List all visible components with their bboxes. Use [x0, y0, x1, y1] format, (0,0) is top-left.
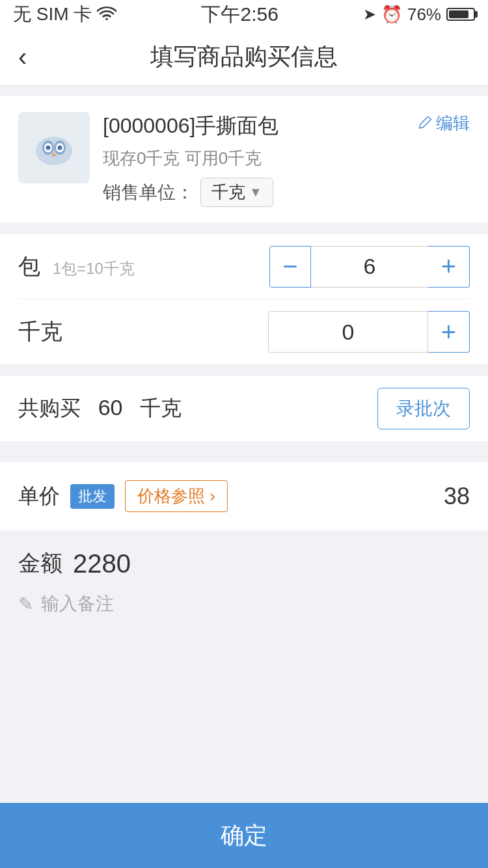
- total-unit: 千克: [140, 396, 182, 420]
- product-thumbnail: [18, 112, 90, 183]
- total-section: 共购买 60 千克 录批次: [0, 376, 488, 441]
- status-bar: 无 SIM 卡 下午2:56 ➤ ⏰ 76%: [0, 0, 488, 29]
- nav-bar: ‹ 填写商品购买信息: [0, 29, 488, 86]
- wifi-icon: [97, 4, 116, 25]
- location-icon: ➤: [363, 5, 376, 23]
- kg-label: 千克: [18, 317, 62, 347]
- chevron-down-icon: ▼: [249, 185, 262, 200]
- unit-label: 销售单位：: [103, 180, 194, 205]
- svg-point-5: [46, 146, 51, 150]
- total-amount: 60: [98, 395, 123, 420]
- package-qty-row: 包 1包=10千克 − +: [18, 234, 470, 299]
- note-placeholder: 输入备注: [41, 591, 114, 616]
- price-label: 单价: [18, 482, 60, 511]
- amount-section: 金额 2280 ✎ 输入备注: [0, 530, 488, 616]
- kg-qty-control: +: [268, 311, 470, 353]
- product-name-row: [0000006]手撕面包 编辑: [103, 112, 470, 141]
- status-right: ➤ ⏰ 76%: [363, 5, 475, 25]
- price-row: 单价 批发 价格参照 › 38: [18, 480, 470, 512]
- confirm-button[interactable]: 确定: [0, 803, 488, 868]
- total-row: 共购买 60 千克 录批次: [18, 376, 470, 441]
- section-divider-3: [0, 441, 488, 452]
- product-stock: 现存0千克 可用0千克: [103, 147, 470, 170]
- package-label: 包: [18, 254, 40, 278]
- package-hint: 1包=10千克: [53, 260, 135, 277]
- status-left: 无 SIM 卡: [13, 2, 116, 27]
- carrier-text: 无 SIM 卡: [13, 2, 92, 27]
- page-title: 填写商品购买信息: [150, 41, 338, 73]
- battery-percent: 76%: [407, 5, 441, 25]
- package-label-group: 包 1包=10千克: [18, 252, 135, 282]
- kg-qty-row: 千克 +: [18, 299, 470, 364]
- svg-point-0: [36, 137, 72, 165]
- package-minus-button[interactable]: −: [269, 246, 311, 288]
- note-row[interactable]: ✎ 输入备注: [18, 591, 470, 616]
- section-divider-1: [0, 223, 488, 233]
- kg-plus-button[interactable]: +: [428, 311, 470, 353]
- price-reference-button[interactable]: 价格参照 ›: [125, 480, 228, 512]
- package-qty-input[interactable]: [311, 246, 428, 288]
- pencil-icon: ✎: [18, 593, 33, 615]
- qty-section: 包 1包=10千克 − + 千克 +: [0, 234, 488, 364]
- amount-row: 金额 2280: [18, 549, 470, 578]
- alarm-icon: ⏰: [381, 5, 402, 25]
- total-label-group: 共购买 60 千克: [18, 394, 182, 423]
- confirm-button-label: 确定: [221, 820, 267, 852]
- amount-value: 2280: [73, 549, 131, 578]
- product-unit-row: 销售单位： 千克 ▼: [103, 178, 470, 207]
- time-display: 下午2:56: [201, 1, 278, 28]
- battery-icon: [446, 8, 475, 21]
- kg-qty-input[interactable]: [268, 311, 428, 353]
- package-qty-control: − +: [269, 246, 470, 288]
- back-button[interactable]: ‹: [18, 42, 27, 72]
- total-label: 共购买 60 千克: [18, 396, 182, 420]
- amount-label: 金额: [18, 549, 62, 578]
- price-value: 38: [444, 483, 470, 510]
- price-section: 单价 批发 价格参照 › 38: [0, 462, 488, 530]
- product-info: [0000006]手撕面包 编辑 现存0千克 可用0千克 销售单位： 千克 ▼: [103, 112, 470, 207]
- product-name: [0000006]手撕面包: [103, 112, 418, 141]
- edit-button[interactable]: 编辑: [418, 112, 470, 135]
- package-plus-button[interactable]: +: [428, 246, 470, 288]
- batch-record-button[interactable]: 录批次: [377, 388, 470, 429]
- section-divider-2: [0, 364, 488, 375]
- unit-value: 千克: [211, 181, 245, 204]
- svg-point-6: [58, 146, 62, 150]
- price-type-tag: 批发: [70, 484, 115, 509]
- main-content: [0000006]手撕面包 编辑 现存0千克 可用0千克 销售单位： 千克 ▼: [0, 96, 488, 868]
- unit-selector[interactable]: 千克 ▼: [200, 178, 273, 207]
- product-section: [0000006]手撕面包 编辑 现存0千克 可用0千克 销售单位： 千克 ▼: [0, 96, 488, 223]
